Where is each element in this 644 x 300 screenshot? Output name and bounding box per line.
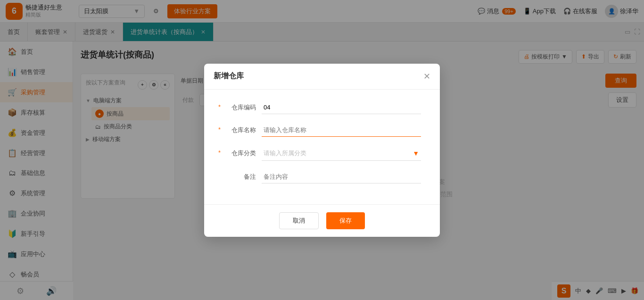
modal-footer: 取消 保存 — [204, 204, 440, 237]
category-arrow-icon: ▼ — [413, 150, 419, 157]
category-select[interactable]: 请输入所属分类 ▼ — [262, 146, 421, 161]
modal-field-category: 仓库分类 请输入所属分类 ▼ — [223, 146, 421, 161]
name-input[interactable] — [262, 124, 421, 137]
modal-header: 新增仓库 ✕ — [204, 64, 440, 90]
modal-overlay[interactable]: 新增仓库 ✕ 仓库编码 仓库名称 仓库分类 请输入所属分类 ▼ — [0, 0, 644, 300]
code-input[interactable] — [262, 101, 421, 114]
modal: 新增仓库 ✕ 仓库编码 仓库名称 仓库分类 请输入所属分类 ▼ — [204, 64, 440, 237]
remark-label: 备注 — [223, 173, 256, 181]
modal-body: 仓库编码 仓库名称 仓库分类 请输入所属分类 ▼ 备注 — [204, 90, 440, 204]
code-label: 仓库编码 — [223, 103, 256, 112]
modal-field-remark: 备注 — [223, 170, 421, 183]
remark-input[interactable] — [262, 170, 421, 183]
modal-title: 新增仓库 — [214, 71, 244, 81]
cancel-button[interactable]: 取消 — [279, 212, 319, 229]
category-label: 仓库分类 — [223, 149, 256, 158]
modal-field-code: 仓库编码 — [223, 101, 421, 114]
name-label: 仓库名称 — [223, 126, 256, 134]
modal-field-name: 仓库名称 — [223, 124, 421, 137]
modal-close-icon[interactable]: ✕ — [423, 71, 430, 82]
save-button[interactable]: 保存 — [326, 212, 365, 229]
category-placeholder: 请输入所属分类 — [264, 149, 413, 158]
